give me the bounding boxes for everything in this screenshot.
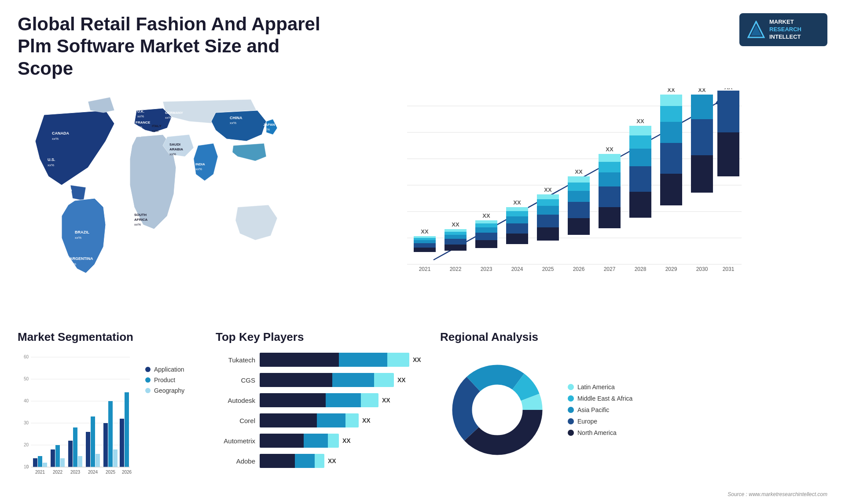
player-xx-tukatech: XX	[413, 356, 421, 363]
svg-text:xx%: xx%	[134, 134, 141, 138]
bar-dark-tukatech	[260, 353, 339, 367]
svg-rect-44	[506, 234, 528, 244]
svg-rect-47	[506, 211, 528, 216]
geography-label: Geography	[154, 387, 184, 394]
bar-dark-autodesk	[260, 393, 326, 407]
legend-label-north-america: North America	[577, 429, 617, 436]
bar-mid-cgs	[332, 373, 374, 387]
bottom-area: Market Segmentation 60 50 40 30 20	[0, 317, 845, 504]
mexico-label: MEXICO	[56, 188, 72, 193]
players-list: Tukatech XX CGS XX Autodesk	[216, 353, 427, 468]
japan-region	[266, 119, 277, 135]
player-bar-tukatech: XX	[260, 353, 427, 367]
china-region	[211, 110, 266, 141]
svg-rect-128	[125, 392, 129, 467]
player-row-tukatech: Tukatech XX	[216, 353, 427, 367]
logo-text: MARKET RESEARCH INTELLECT	[769, 18, 801, 41]
svg-rect-93	[717, 91, 739, 132]
seg-chart-svg: 60 50 40 30 20 10 2021 2022	[18, 353, 132, 489]
svg-rect-108	[38, 456, 42, 467]
growth-bar-chart: 2021 XX 2022 XX 2023 XX	[304, 88, 827, 299]
svg-rect-123	[103, 423, 108, 467]
svg-rect-58	[568, 218, 590, 235]
bar-light-cgs	[374, 373, 394, 387]
svg-rect-75	[629, 135, 651, 149]
seg-legend-application: Application	[145, 366, 202, 373]
svg-rect-113	[60, 458, 65, 467]
legend-asia-pacific: Asia Pacific	[568, 406, 632, 413]
legend-dot-north-america	[568, 430, 574, 436]
germany-label: GERMANY	[165, 111, 184, 115]
svg-text:20: 20	[24, 442, 29, 447]
bar-mid-adobe	[295, 454, 315, 468]
svg-text:2029: 2029	[665, 266, 677, 272]
regional-legend: Latin America Middle East & Africa Asia …	[568, 383, 632, 436]
bar-light-autodesk	[361, 393, 378, 407]
svg-text:2024: 2024	[511, 266, 523, 272]
svg-text:xx%: xx%	[165, 116, 172, 120]
france-label: FRANCE	[136, 121, 151, 124]
regional-title: Regional Analysis	[440, 330, 827, 344]
svg-text:2021: 2021	[419, 266, 431, 272]
legend-label-middle-east: Middle East & Africa	[577, 395, 632, 402]
player-row-adobe: Adobe XX	[216, 454, 427, 468]
svg-text:AFRICA: AFRICA	[134, 218, 147, 222]
bar-light-autometrix	[328, 434, 339, 448]
player-name-autometrix: Autometrix	[216, 437, 255, 445]
donut-center	[473, 386, 522, 434]
svg-rect-83	[660, 95, 682, 106]
page-title: Global Retail Fashion And Apparel Plm So…	[18, 13, 326, 80]
svg-text:2026: 2026	[122, 470, 132, 475]
svg-rect-72	[629, 192, 651, 218]
bar-2021-eu	[414, 243, 436, 248]
svg-rect-68	[599, 162, 621, 172]
seg-legend: Application Product Geography	[145, 366, 202, 394]
bar-light-tukatech	[387, 353, 409, 367]
svg-rect-116	[73, 427, 77, 467]
header: Global Retail Fashion And Apparel Plm So…	[0, 0, 845, 88]
bar-2021-la	[414, 236, 436, 238]
segmentation-section: Market Segmentation 60 50 40 30 20	[18, 330, 202, 504]
bar-2021-na	[414, 248, 436, 252]
player-name-cgs: CGS	[216, 376, 255, 384]
svg-rect-48	[506, 207, 528, 211]
svg-rect-80	[660, 143, 682, 174]
legend-middle-east: Middle East & Africa	[568, 395, 632, 402]
svg-rect-92	[717, 132, 739, 176]
svg-text:ARABIA: ARABIA	[169, 147, 183, 151]
svg-rect-33	[445, 232, 467, 235]
svg-text:xx%: xx%	[230, 121, 236, 125]
seg-legend-geography: Geography	[145, 387, 202, 394]
svg-rect-41	[475, 220, 497, 223]
bar-2021-ap	[414, 240, 436, 243]
application-label: Application	[154, 366, 184, 373]
svg-rect-112	[55, 445, 60, 467]
player-row-autodesk: Autodesk XX	[216, 393, 427, 407]
title-block: Global Retail Fashion And Apparel Plm So…	[18, 13, 326, 80]
product-label: Product	[154, 376, 175, 383]
logo-block: MARKET RESEARCH INTELLECT	[739, 13, 827, 46]
svg-text:2024: 2024	[88, 470, 98, 475]
player-bar-autometrix: XX	[260, 434, 427, 448]
svg-rect-40	[475, 223, 497, 227]
svg-rect-124	[108, 401, 113, 467]
svg-text:40: 40	[24, 398, 29, 403]
legend-label-europe: Europe	[577, 418, 597, 425]
svg-rect-37	[475, 240, 497, 248]
svg-text:XX: XX	[452, 221, 459, 228]
svg-rect-73	[629, 166, 651, 192]
bar-mid-tukatech	[339, 353, 387, 367]
svg-rect-65	[599, 207, 621, 228]
svg-text:xx%: xx%	[75, 236, 81, 240]
svg-rect-109	[43, 463, 47, 467]
svg-text:xx%: xx%	[169, 152, 176, 156]
svg-rect-111	[51, 449, 55, 467]
svg-text:xx%: xx%	[134, 223, 141, 226]
svg-rect-90	[691, 95, 713, 119]
svg-text:30: 30	[24, 420, 29, 425]
svg-rect-121	[96, 454, 100, 467]
svg-rect-53	[537, 206, 559, 215]
legend-latin-america: Latin America	[568, 383, 632, 391]
player-name-corel: Corel	[216, 417, 255, 424]
svg-text:2026: 2026	[573, 266, 585, 272]
